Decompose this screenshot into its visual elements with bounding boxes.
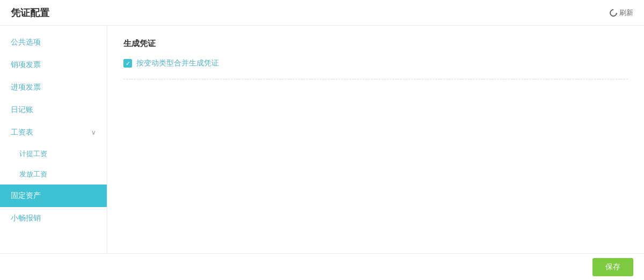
checkbox-label: 按变动类型合并生成凭证: [136, 58, 219, 68]
sidebar-item-journal[interactable]: 日记账: [0, 99, 107, 121]
chevron-down-icon: ∨: [91, 129, 96, 136]
page-title: 凭证配置: [11, 6, 49, 19]
check-icon: ✓: [126, 61, 130, 67]
footer: 保存: [0, 253, 644, 280]
sidebar: 公共选项 销项发票 进项发票 日记账 工资表 ∨ 计提工资 发放工资 固定资: [0, 26, 107, 253]
sidebar-item-label: 计提工资: [19, 150, 47, 158]
sidebar-item-payroll-table[interactable]: 工资表 ∨: [0, 121, 107, 144]
page-wrapper: 凭证配置 刷新 公共选项 销项发票 进项发票 日记账 工资表 ∨: [0, 0, 644, 280]
sidebar-item-issue-payroll[interactable]: 发放工资: [0, 164, 107, 185]
sidebar-item-label: 发放工资: [19, 170, 47, 178]
sidebar-item-sales-invoice[interactable]: 销项发票: [0, 54, 107, 76]
section-divider: [123, 79, 628, 79]
sidebar-item-label: 公共选项: [11, 38, 41, 47]
sidebar-item-label: 销项发票: [11, 60, 41, 70]
refresh-icon: [608, 8, 619, 18]
section-title: 生成凭证: [123, 39, 628, 49]
sidebar-item-fixed-assets[interactable]: 固定资产: [0, 185, 107, 207]
refresh-label: 刷新: [619, 8, 633, 18]
content-area: 生成凭证 ✓ 按变动类型合并生成凭证: [107, 26, 644, 253]
sidebar-item-label: 进项发票: [11, 83, 41, 92]
sidebar-item-label: 小畅报销: [11, 213, 41, 223]
refresh-button[interactable]: 刷新: [610, 8, 633, 18]
sidebar-item-label: 工资表: [11, 128, 33, 137]
sidebar-item-label: 日记账: [11, 105, 33, 115]
header: 凭证配置 刷新: [0, 0, 644, 26]
sidebar-item-public-options[interactable]: 公共选项: [0, 31, 107, 54]
checkbox-row: ✓ 按变动类型合并生成凭证: [123, 58, 628, 68]
main-content: 公共选项 销项发票 进项发票 日记账 工资表 ∨ 计提工资 发放工资 固定资: [0, 26, 644, 253]
save-button[interactable]: 保存: [592, 258, 633, 276]
sidebar-item-label: 固定资产: [11, 191, 41, 201]
merge-by-type-checkbox[interactable]: ✓: [123, 59, 132, 68]
sidebar-item-calc-payroll[interactable]: 计提工资: [0, 144, 107, 164]
sidebar-item-purchase-invoice[interactable]: 进项发票: [0, 76, 107, 99]
sidebar-item-expense-reimbursement[interactable]: 小畅报销: [0, 207, 107, 230]
